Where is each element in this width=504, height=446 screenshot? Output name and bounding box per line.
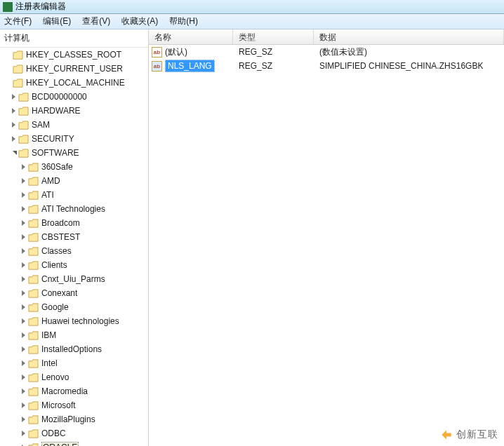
expand-icon[interactable] — [10, 93, 18, 101]
tree-node[interactable]: Intel — [0, 356, 148, 370]
value-type-cell: REG_SZ — [233, 61, 314, 71]
tree-node[interactable]: Lenovo — [0, 370, 148, 384]
menu-help[interactable]: 帮助(H) — [169, 15, 198, 27]
node-label: HARDWARE — [32, 106, 81, 116]
tree-node[interactable]: InstalledOptions — [0, 342, 148, 356]
content: 计算机 HKEY_CLASSES_ROOT HKEY_CURRENT_USER … — [0, 29, 504, 446]
folder-icon — [28, 261, 39, 270]
menu-edit[interactable]: 编辑(E) — [43, 15, 71, 27]
tree-node[interactable]: SECURITY — [0, 132, 148, 146]
collapse-icon[interactable] — [10, 149, 18, 157]
tree-node[interactable]: HARDWARE — [0, 104, 148, 118]
node-label: ORACLE — [41, 442, 79, 446]
tree-node-hkcr[interactable]: HKEY_CLASSES_ROOT — [0, 48, 148, 62]
string-value-icon: ab — [152, 47, 162, 58]
folder-icon — [28, 359, 39, 368]
expand-icon[interactable] — [20, 234, 27, 241]
tree-node[interactable]: Huawei technologies — [0, 314, 148, 328]
column-name[interactable]: 名称 — [149, 29, 233, 44]
node-label: Cnxt_Uiu_Parms — [41, 274, 105, 284]
expand-icon[interactable] — [20, 248, 27, 255]
expand-icon[interactable] — [20, 416, 27, 424]
folder-icon — [28, 275, 39, 284]
tree-node[interactable]: Classes — [0, 244, 148, 258]
expand-icon[interactable] — [20, 430, 27, 438]
tree-node[interactable]: Microsoft — [0, 398, 148, 412]
column-type[interactable]: 类型 — [233, 29, 314, 44]
tree-node[interactable]: SOFTWARE — [0, 146, 148, 160]
tree-node[interactable]: 360Safe — [0, 160, 148, 174]
tree-node[interactable]: CBSTEST — [0, 230, 148, 244]
expand-icon[interactable] — [20, 177, 27, 185]
expand-icon[interactable] — [20, 163, 27, 171]
tree-node-hkcu[interactable]: HKEY_CURRENT_USER — [0, 62, 148, 76]
expand-icon[interactable] — [20, 276, 27, 283]
expand-icon[interactable] — [20, 360, 27, 367]
expand-icon[interactable] — [20, 318, 27, 325]
tree-node[interactable]: Conexant — [0, 286, 148, 300]
node-label: ATI — [41, 190, 54, 200]
tree-node[interactable]: ODBC — [0, 426, 148, 440]
tree-node[interactable]: SAM — [0, 118, 148, 132]
tree-node[interactable]: Clients — [0, 258, 148, 272]
tree-node[interactable]: AMD — [0, 174, 148, 188]
tree-node[interactable]: MozillaPlugins — [0, 412, 148, 426]
folder-icon — [13, 79, 23, 88]
folder-icon — [28, 345, 39, 354]
expand-icon[interactable] — [20, 388, 27, 396]
node-label: Classes — [41, 246, 72, 256]
folder-icon — [28, 317, 39, 326]
tree-node[interactable]: ATI Technologies — [0, 202, 148, 216]
expand-icon[interactable] — [20, 290, 27, 297]
expand-icon[interactable] — [20, 374, 27, 381]
tree-node[interactable]: Macromedia — [0, 384, 148, 398]
node-label: Clients — [41, 260, 67, 270]
menu-view[interactable]: 查看(V) — [82, 15, 110, 27]
node-label: Intel — [41, 358, 58, 368]
tree-node[interactable]: ORACLE — [0, 440, 148, 446]
value-name: (默认) — [165, 46, 187, 58]
node-label: InstalledOptions — [41, 344, 102, 354]
node-label: HKEY_LOCAL_MACHINE — [26, 78, 125, 88]
expand-icon[interactable] — [10, 135, 18, 143]
tree-node[interactable]: Google — [0, 300, 148, 314]
tree-node[interactable]: Broadcom — [0, 216, 148, 230]
watermark-text: 创新互联 — [456, 428, 498, 441]
tree-pane[interactable]: 计算机 HKEY_CLASSES_ROOT HKEY_CURRENT_USER … — [0, 29, 149, 446]
column-data[interactable]: 数据 — [314, 29, 504, 44]
node-label: Huawei technologies — [41, 316, 119, 326]
tree-root[interactable]: 计算机 — [0, 29, 148, 48]
node-label: ODBC — [41, 428, 66, 438]
expand-icon[interactable] — [20, 304, 27, 311]
node-label: BCD00000000 — [32, 92, 87, 102]
node-label: IBM — [41, 330, 56, 340]
menu-favorites[interactable]: 收藏夹(A) — [121, 15, 158, 27]
expand-icon[interactable] — [20, 205, 27, 213]
expand-icon[interactable] — [10, 121, 18, 129]
expand-icon[interactable] — [20, 346, 27, 353]
list-row[interactable]: ab(默认)REG_SZ(数值未设置) — [149, 45, 504, 59]
menu-file[interactable]: 文件(F) — [4, 15, 32, 27]
folder-icon — [28, 331, 39, 340]
list-row[interactable]: abNLS_LANGREG_SZSIMPLIFIED CHINESE_CHINA… — [149, 59, 504, 73]
expand-icon[interactable] — [20, 262, 27, 269]
expand-icon[interactable] — [20, 191, 27, 199]
tree-node-hklm[interactable]: HKEY_LOCAL_MACHINE — [0, 76, 148, 90]
tree-node[interactable]: Cnxt_Uiu_Parms — [0, 272, 148, 286]
folder-icon — [28, 177, 39, 186]
tree-node[interactable]: ATI — [0, 188, 148, 202]
folder-icon — [18, 149, 29, 158]
folder-icon — [28, 401, 39, 410]
folder-icon — [28, 429, 39, 438]
menu-bar: 文件(F) 编辑(E) 查看(V) 收藏夹(A) 帮助(H) — [0, 14, 504, 29]
folder-icon — [18, 107, 29, 116]
node-label: Conexant — [41, 288, 77, 298]
expand-icon[interactable] — [20, 444, 27, 447]
expand-icon[interactable] — [20, 219, 27, 227]
folder-icon — [28, 163, 39, 172]
expand-icon[interactable] — [10, 107, 18, 115]
tree-node[interactable]: BCD00000000 — [0, 90, 148, 104]
expand-icon[interactable] — [20, 402, 27, 410]
expand-icon[interactable] — [20, 332, 27, 339]
tree-node[interactable]: IBM — [0, 328, 148, 342]
